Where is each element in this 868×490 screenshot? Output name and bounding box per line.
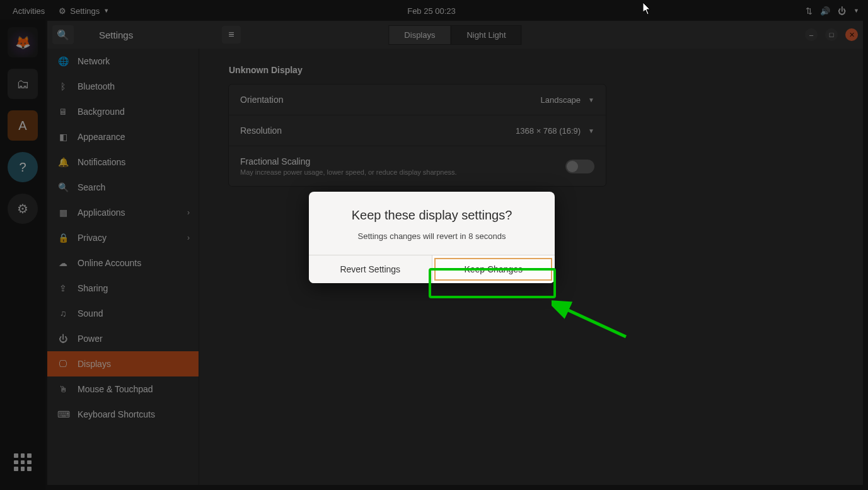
dialog-message: Settings changes will revert in 8 second… xyxy=(324,231,540,241)
dialog-title: Keep these display settings? xyxy=(324,208,540,223)
keep-settings-dialog: Keep these display settings? Settings ch… xyxy=(309,192,555,283)
revert-settings-button[interactable]: Revert Settings xyxy=(309,255,432,283)
keep-changes-button[interactable]: Keep Changes xyxy=(432,255,555,283)
